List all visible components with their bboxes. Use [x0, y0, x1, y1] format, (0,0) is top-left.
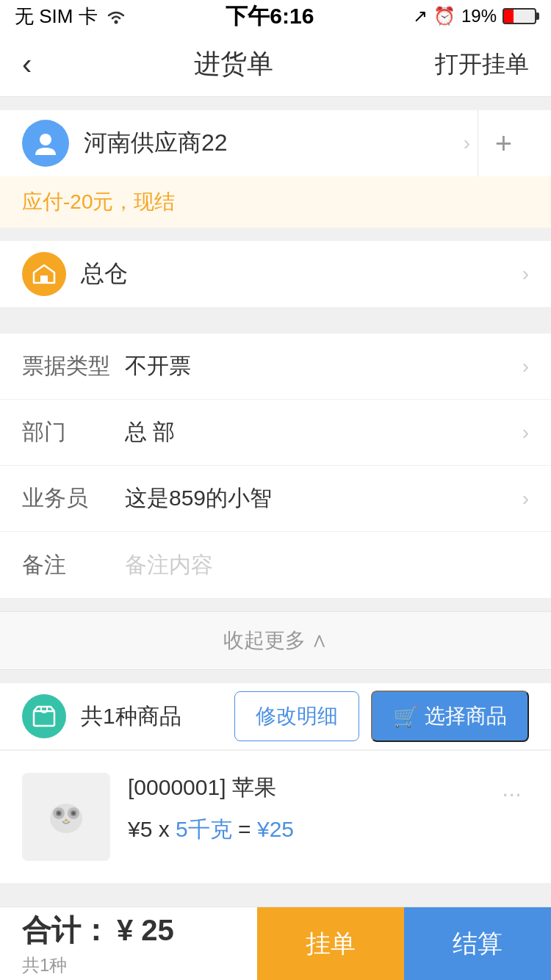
status-right: ↗ ⏰ 19%: [413, 6, 536, 26]
department-label: 部门: [22, 417, 125, 447]
warehouse-section[interactable]: 总仓 ›: [0, 241, 551, 307]
invoice-label: 票据类型: [22, 351, 125, 381]
total-section: 合计： ¥ 25 共1种: [0, 907, 257, 980]
product-info: [0000001] 苹果 ¥5 x 5千克 = ¥25: [128, 773, 494, 845]
select-product-label: 选择商品: [425, 702, 507, 730]
open-hang-button[interactable]: 打开挂单: [435, 48, 529, 81]
remark-row[interactable]: 备注 备注内容: [0, 532, 551, 598]
back-button[interactable]: ‹: [22, 48, 32, 81]
more-options-button[interactable]: ···: [494, 773, 529, 815]
select-product-button[interactable]: 🛒 选择商品: [371, 691, 529, 742]
salesperson-row[interactable]: 业务员 这是859的小智 ›: [0, 466, 551, 532]
collapse-bar[interactable]: 收起更多 ∧: [0, 611, 551, 670]
page-title: 进货单: [194, 46, 273, 82]
svg-rect-2: [40, 275, 48, 283]
invoice-chevron-icon: ›: [522, 355, 529, 378]
battery-icon: [503, 8, 536, 24]
warehouse-icon: [22, 252, 66, 296]
location-icon: ↗: [413, 6, 428, 26]
total-count: 共1种: [22, 954, 257, 977]
svg-point-13: [72, 812, 75, 815]
battery-percent: 19%: [461, 6, 497, 26]
house-icon: [32, 264, 56, 284]
collapse-label: 收起更多 ∧: [223, 627, 328, 655]
carrier-label: 无 SIM 卡: [15, 4, 98, 29]
invoice-value: 不开票: [125, 351, 522, 381]
remark-label: 备注: [22, 550, 125, 580]
invoice-row[interactable]: 票据类型 不开票 ›: [0, 334, 551, 400]
equals-sign: =: [238, 817, 251, 841]
nav-bar: ‹ 进货单 打开挂单: [0, 32, 551, 97]
product-code: [0000001]: [128, 775, 226, 799]
warehouse-chevron-icon: ›: [522, 262, 529, 286]
svg-point-0: [114, 21, 118, 24]
person-icon: [32, 130, 59, 156]
owl-logo: [37, 788, 96, 846]
status-bar: 无 SIM 卡 下午6:16 ↗ ⏰ 19%: [0, 0, 551, 32]
status-time: 下午6:16: [226, 1, 314, 32]
total-amount: ¥ 25: [117, 914, 174, 946]
product-item: [0000001] 苹果 ¥5 x 5千克 = ¥25 ···: [0, 751, 551, 883]
cart-icon: 🛒: [393, 705, 419, 729]
salesperson-chevron-icon: ›: [522, 487, 529, 511]
divider-2: [0, 307, 551, 320]
box-icon: [32, 705, 57, 727]
form-section: 票据类型 不开票 › 部门 总 部 › 业务员 这是859的小智 › 备注 备注…: [0, 334, 551, 598]
supplier-chevron-icon: ›: [464, 131, 470, 155]
svg-point-12: [57, 812, 60, 815]
notice-bar: 应付-20元，现结: [0, 176, 551, 228]
settle-button[interactable]: 结算: [404, 907, 551, 980]
svg-point-1: [40, 134, 51, 145]
multiply-sign: x: [159, 817, 170, 841]
supplier-avatar: [22, 120, 69, 167]
notice-text: 应付-20元，现结: [22, 190, 175, 213]
item-total: ¥25: [257, 817, 294, 841]
salesperson-label: 业务员: [22, 483, 125, 514]
warehouse-name: 总仓: [81, 258, 522, 290]
department-value: 总 部: [125, 417, 522, 447]
salesperson-value: 这是859的小智: [125, 483, 522, 514]
hang-button[interactable]: 挂单: [257, 907, 404, 980]
total-amount-row: 合计： ¥ 25: [22, 910, 257, 951]
product-title: 苹果: [232, 775, 276, 799]
remark-input[interactable]: 备注内容: [125, 550, 529, 580]
divider-1: [0, 97, 551, 110]
product-name: [0000001] 苹果: [128, 773, 494, 803]
edit-detail-button[interactable]: 修改明细: [234, 691, 359, 741]
unit-price: ¥5: [128, 817, 152, 841]
supplier-section[interactable]: 河南供应商22 › +: [0, 110, 551, 176]
total-label: 合计：: [22, 914, 110, 946]
product-thumbnail: [22, 773, 110, 861]
alarm-icon: ⏰: [433, 6, 455, 26]
product-price-row: ¥5 x 5千克 = ¥25: [128, 815, 494, 845]
status-left: 无 SIM 卡: [15, 4, 127, 29]
product-count: 共1种商品: [81, 702, 234, 732]
product-icon: [22, 694, 66, 738]
department-row[interactable]: 部门 总 部 ›: [0, 400, 551, 466]
wifi-icon: [105, 8, 127, 24]
product-header: 共1种商品 修改明细 🛒 选择商品: [0, 683, 551, 749]
add-supplier-button[interactable]: +: [478, 110, 529, 176]
quantity-value: 5千克: [176, 817, 232, 841]
supplier-name: 河南供应商22: [84, 127, 464, 159]
bottom-bar: 合计： ¥ 25 共1种 挂单 结算: [0, 907, 551, 980]
department-chevron-icon: ›: [522, 421, 529, 444]
